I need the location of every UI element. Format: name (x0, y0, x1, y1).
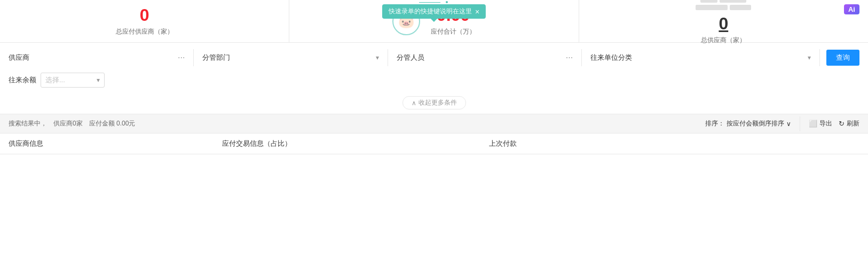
export-button[interactable]: ⬜ 导出 (809, 119, 832, 128)
tooltip-dot (445, 0, 449, 4)
department-input[interactable] (234, 54, 373, 62)
balance-select[interactable]: 选择... ▾ (41, 73, 105, 88)
payable-suppliers-count: 0 (140, 6, 149, 25)
tooltip-text: 快速录单的快捷键说明在这里 (389, 7, 472, 16)
ghost-bar-1 (700, 0, 717, 3)
query-button[interactable]: 查询 (826, 50, 859, 66)
sort-button[interactable]: 排序： 按应付会额倒序排序 ∨ (705, 119, 791, 128)
manager-dots-button[interactable]: ··· (566, 53, 573, 62)
stat-payable-suppliers: 0 总应付供应商（家） (0, 0, 289, 42)
filter-department: 分管部门 ▾ (194, 49, 388, 66)
payable-amount-label: 应付合计（万） (431, 27, 476, 36)
results-bar: 搜索结果中， 供应商0家 应付金额 0.00元 排序： 按应付会额倒序排序 ∨ … (0, 114, 868, 133)
collapse-icon: ∧ (412, 99, 416, 107)
tooltip-bubble: 快速录单的快捷键说明在这里 × (382, 4, 486, 19)
department-chevron-icon[interactable]: ▾ (376, 54, 379, 61)
sort-chevron-icon: ∨ (786, 120, 791, 128)
ai-badge: Ai (844, 4, 859, 14)
filter-supplier: 供应商 ··· (9, 49, 194, 66)
category-label: 往来单位分类 (590, 53, 632, 62)
col-header-transaction: 应付交易信息（占比） (222, 139, 489, 148)
tooltip-line (419, 2, 440, 3)
filter-manager: 分管人员 ··· (388, 49, 582, 66)
manager-input[interactable] (429, 54, 564, 62)
refresh-button[interactable]: ↻ 刷新 (839, 119, 859, 128)
supplier-label: 供应商 (9, 53, 29, 62)
export-icon: ⬜ (809, 120, 817, 128)
refresh-icon: ↻ (839, 120, 845, 128)
amount-text: 应付金额 0.00元 (89, 119, 136, 128)
search-result-prefix: 搜索结果中， (9, 119, 47, 128)
export-label: 导出 (819, 119, 832, 128)
manager-label: 分管人员 (397, 53, 424, 62)
filter-row-2: 往来余额 选择... ▾ (9, 72, 859, 89)
ghost-bar-2 (720, 0, 746, 3)
sort-label: 排序： (705, 119, 724, 128)
ghost-bars-2 (696, 5, 751, 10)
balance-label: 往来余额 (9, 75, 36, 85)
collapse-button[interactable]: ∧ 收起更多条件 (403, 96, 466, 109)
filter-row-1: 供应商 ··· 分管部门 ▾ 分管人员 ··· 往来单位分类 ▾ 查询 (9, 49, 859, 66)
filter-area: 供应商 ··· 分管部门 ▾ 分管人员 ··· 往来单位分类 ▾ 查询 往来余额 (0, 43, 868, 114)
ghost-bars (700, 0, 746, 3)
supplier-input[interactable] (34, 54, 176, 62)
stats-bar: 0 总应付供应商（家） 🐷 0.00 应付合计（万） 快速录单的快捷键说明在这里… (0, 0, 868, 43)
category-input[interactable] (636, 54, 806, 62)
actions-divider (800, 116, 800, 131)
col-header-supplier: 供应商信息 (9, 139, 222, 148)
stat-total-suppliers: 0 总供应商（家） Ai (579, 0, 868, 42)
collapse-row: ∧ 收起更多条件 (9, 94, 859, 114)
supplier-dots-button[interactable]: ··· (178, 53, 185, 62)
filter-category: 往来单位分类 ▾ (582, 49, 820, 66)
results-info: 搜索结果中， 供应商0家 应付金额 0.00元 (9, 119, 135, 128)
ghost-bar-4 (730, 5, 751, 10)
refresh-label: 刷新 (847, 119, 859, 128)
balance-placeholder: 选择... (45, 75, 94, 85)
department-label: 分管部门 (202, 53, 230, 62)
filter-balance: 往来余额 选择... ▾ (9, 72, 105, 89)
table-body (0, 154, 868, 275)
supplier-count: 供应商0家 (53, 119, 83, 128)
collapse-text: 收起更多条件 (419, 98, 457, 107)
total-suppliers-count: 0 (719, 14, 728, 33)
balance-chevron-icon: ▾ (97, 76, 100, 84)
ghost-bar-3 (696, 5, 728, 10)
category-chevron-icon[interactable]: ▾ (808, 54, 811, 61)
col-header-lastpay: 上次付款 (489, 139, 859, 148)
results-actions: 排序： 按应付会额倒序排序 ∨ ⬜ 导出 ↻ 刷新 (705, 116, 859, 131)
payable-suppliers-label: 总应付供应商（家） (116, 27, 173, 36)
total-suppliers-label: 总供应商（家） (701, 36, 746, 45)
tooltip-area: 快速录单的快捷键说明在这里 × (419, 0, 449, 4)
sort-option: 按应付会额倒序排序 (727, 119, 784, 128)
tooltip-close-button[interactable]: × (475, 8, 479, 15)
table-header: 供应商信息 应付交易信息（占比） 上次付款 (0, 133, 868, 154)
